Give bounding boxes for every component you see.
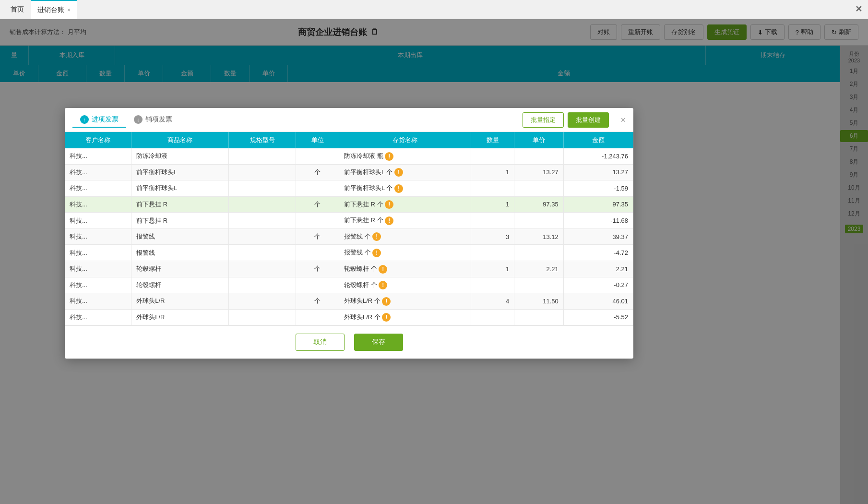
warning-icon: !: [372, 232, 381, 241]
warning-icon: !: [385, 152, 393, 161]
table-cell-1-3: 个: [296, 164, 339, 180]
table-cell-0-0: 科技...: [65, 148, 131, 164]
table-cell-3-4: 前下悬挂 R 个 !: [339, 196, 471, 213]
col-header-spec: 规格型号: [229, 132, 296, 148]
table-row: 科技...报警线个报警线 个 !313.1239.37: [65, 228, 633, 245]
tab-sales-invoice[interactable]: ↓ 销项发票: [126, 112, 180, 128]
table-row: 科技...轮毂螺杆轮毂螺杆 个 !-0.27: [65, 277, 633, 293]
table-cell-5-0: 科技...: [65, 228, 131, 245]
table-cell-5-5: 3: [471, 228, 514, 245]
table-header-row: 客户名称 商品名称 规格型号 单位 存货名称 数量 单价 金额: [65, 132, 633, 148]
table-cell-2-6: [514, 180, 563, 197]
table-cell-9-7: 46.01: [563, 293, 633, 310]
table-cell-5-6: 13.12: [514, 228, 563, 245]
income-tab-label: 进项发票: [92, 115, 119, 124]
tab-ledger[interactable]: 进销台账 ×: [31, 0, 77, 19]
tab-income-invoice[interactable]: ↑ 进项发票: [72, 112, 126, 128]
table-cell-0-1: 防冻冷却液: [131, 148, 229, 164]
table-cell-4-7: -11.68: [563, 213, 633, 229]
warning-icon: !: [385, 200, 393, 209]
table-cell-2-4: 前平衡杆球头L 个 !: [339, 180, 471, 197]
table-cell-7-1: 轮毂螺杆: [131, 261, 229, 277]
table-cell-6-3: [296, 245, 339, 261]
table-cell-7-6: 2.21: [514, 261, 563, 277]
table-cell-0-5: [471, 148, 514, 164]
table-cell-1-6: 13.27: [514, 164, 563, 180]
cancel-button[interactable]: 取消: [296, 334, 345, 351]
batch-create-button[interactable]: 批量创建: [568, 112, 609, 128]
income-tab-icon: ↑: [80, 115, 89, 124]
table-cell-4-3: [296, 213, 339, 229]
table-cell-8-5: [471, 277, 514, 293]
table-cell-6-0: 科技...: [65, 245, 131, 261]
table-cell-3-6: 97.35: [514, 196, 563, 213]
table-cell-9-3: 个: [296, 293, 339, 310]
table-cell-8-6: [514, 277, 563, 293]
table-cell-5-4: 报警线 个 !: [339, 228, 471, 245]
table-cell-6-4: 报警线 个 !: [339, 245, 471, 261]
modal-footer: 取消 保存: [65, 325, 633, 359]
table-cell-3-0: 科技...: [65, 196, 131, 213]
table-cell-4-5: [471, 213, 514, 229]
col-header-product: 商品名称: [131, 132, 229, 148]
table-cell-10-5: [471, 309, 514, 325]
table-cell-10-1: 外球头L/R: [131, 309, 229, 325]
tab-home[interactable]: 首页: [4, 0, 31, 19]
table-cell-8-4: 轮毂螺杆 个 !: [339, 277, 471, 293]
tab-ledger-close[interactable]: ×: [67, 7, 71, 13]
table-cell-9-5: 4: [471, 293, 514, 310]
table-row: 科技...报警线报警线 个 !-4.72: [65, 245, 633, 261]
table-cell-0-3: [296, 148, 339, 164]
table-cell-10-7: -5.52: [563, 309, 633, 325]
tab-bar: 首页 进销台账 × ✕: [0, 0, 868, 19]
table-cell-2-1: 前平衡杆球头L: [131, 180, 229, 197]
table-cell-6-7: -4.72: [563, 245, 633, 261]
table-cell-3-7: 97.35: [563, 196, 633, 213]
table-row: 科技...防冻冷却液防冻冷却液 瓶 !-1,243.76: [65, 148, 633, 164]
warning-icon: !: [372, 249, 381, 257]
table-row: 科技...前平衡杆球头L前平衡杆球头L 个 !-1.59: [65, 180, 633, 197]
table-cell-9-1: 外球头L/R: [131, 293, 229, 310]
table-row: 科技...前下悬挂 R前下悬挂 R 个 !-11.68: [65, 213, 633, 229]
table-cell-7-4: 轮毂螺杆 个 !: [339, 261, 471, 277]
main-content: 销售成本计算方法： 月平均 商贸企业进销台账 🗒 对账 重新开账 存货别名 生成…: [0, 19, 868, 504]
table-cell-1-5: 1: [471, 164, 514, 180]
warning-icon: !: [382, 313, 391, 322]
table-cell-2-5: [471, 180, 514, 197]
tab-ledger-label: 进销台账: [37, 6, 64, 14]
modal-close-button[interactable]: ×: [620, 116, 626, 124]
table-cell-8-7: -0.27: [563, 277, 633, 293]
table-cell-5-3: 个: [296, 228, 339, 245]
table-cell-9-4: 外球头L/R 个 !: [339, 293, 471, 310]
table-cell-6-5: [471, 245, 514, 261]
batch-assign-button[interactable]: 批量指定: [523, 112, 564, 128]
table-cell-4-4: 前下悬挂 R 个 !: [339, 213, 471, 229]
save-button[interactable]: 保存: [354, 334, 403, 351]
table-row: 科技...外球头L/R个外球头L/R 个 !411.5046.01: [65, 293, 633, 310]
table-cell-7-5: 1: [471, 261, 514, 277]
table-cell-9-0: 科技...: [65, 293, 131, 310]
table-cell-4-1: 前下悬挂 R: [131, 213, 229, 229]
table-cell-3-1: 前下悬挂 R: [131, 196, 229, 213]
table-cell-3-2: [229, 196, 296, 213]
warning-icon: !: [382, 297, 391, 306]
table-cell-1-2: [229, 164, 296, 180]
col-header-unit-price: 单价: [514, 132, 563, 148]
table-row: 科技...轮毂螺杆个轮毂螺杆 个 !12.212.21: [65, 261, 633, 277]
window-close-button[interactable]: ✕: [855, 4, 862, 14]
modal-table-container: 客户名称 商品名称 规格型号 单位 存货名称 数量 单价 金额 科技...防冻冷…: [65, 132, 633, 325]
table-row: 科技...外球头L/R外球头L/R 个 !-5.52: [65, 309, 633, 325]
modal-tabs: ↑ 进项发票 ↓ 销项发票: [72, 112, 180, 127]
warning-icon: !: [379, 265, 387, 274]
table-cell-2-3: [296, 180, 339, 197]
table-cell-1-7: 13.27: [563, 164, 633, 180]
table-cell-10-2: [229, 309, 296, 325]
table-cell-5-1: 报警线: [131, 228, 229, 245]
col-header-qty: 数量: [471, 132, 514, 148]
table-cell-10-4: 外球头L/R 个 !: [339, 309, 471, 325]
sales-tab-label: 销项发票: [145, 115, 172, 124]
table-row: 科技...前平衡杆球头L个前平衡杆球头L 个 !113.2713.27: [65, 164, 633, 180]
table-cell-6-2: [229, 245, 296, 261]
table-cell-1-0: 科技...: [65, 164, 131, 180]
table-cell-2-0: 科技...: [65, 180, 131, 197]
